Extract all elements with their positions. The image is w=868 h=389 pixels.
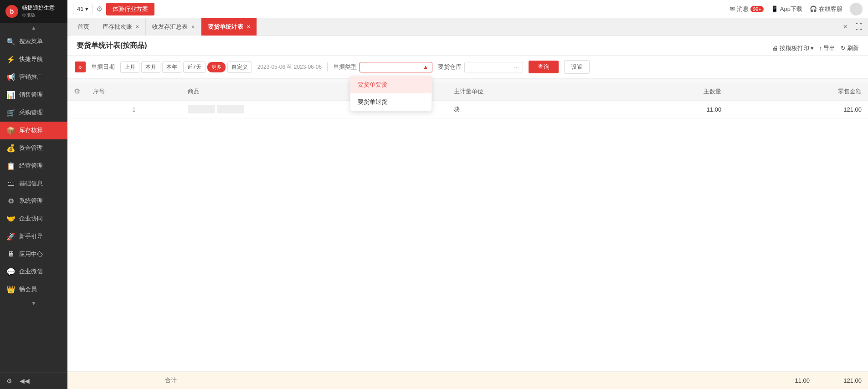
refresh-btn[interactable]: ↻ 刷新 <box>841 44 859 52</box>
warehouse-select[interactable]: ··· <box>464 62 523 72</box>
tab-inventory-batch[interactable]: 库存批次账 × <box>96 18 146 36</box>
sidebar-item-app-center[interactable]: 🖥 应用中心 <box>0 246 67 263</box>
sidebar: b 畅捷通好生意 标准版 ▲ 🔍 搜索菜单 ⚡ 快捷导航 📢 营销推广 📊 销售… <box>0 0 67 389</box>
date-btn-last-7[interactable]: 近7天 <box>183 61 205 73</box>
dropdown-item-request-order[interactable]: 要货单要货 <box>350 76 431 93</box>
messages-btn[interactable]: ✉ 消息 99+ <box>730 5 764 13</box>
sidebar-item-purchase[interactable]: 🛒 采购管理 <box>0 104 67 122</box>
refresh-label: 刷新 <box>847 44 859 52</box>
filter-bar: » 单据日期 上月 本月 本年 近7天 更多 自定义 2023-05-06 至 … <box>67 56 868 79</box>
search-icon: 🔍 <box>6 37 15 46</box>
date-range-display: 2023-05-06 至 2023-06-06 <box>257 63 322 71</box>
tab-request-summary[interactable]: 要货单统计表 × <box>201 18 257 36</box>
tab-expand-btn[interactable]: ⛶ <box>853 21 864 32</box>
col-quantity: 主数量 <box>611 82 728 101</box>
page-header: 要货单统计表(按商品) 🖨 按模板打印 ▾ ↑ 导出 ↻ 刷新 <box>67 36 868 56</box>
tab-receive-summary[interactable]: 收发存汇总表 × <box>146 18 201 36</box>
td-amount: 121.00 <box>728 101 868 118</box>
product-name-1 <box>188 105 215 113</box>
sidebar-settings-icon[interactable]: ⚙ <box>6 377 12 384</box>
tab-request-summary-label: 要货单统计表 <box>208 23 243 31</box>
warehouse-more-btn[interactable]: ··· <box>514 64 519 71</box>
date-btn-this-month[interactable]: 本月 <box>141 61 160 73</box>
finance-icon: 💰 <box>6 144 15 153</box>
table-container: ⚙ 序号 商品 主计量单位 主数量 <box>67 82 868 227</box>
messages-label: 消息 <box>737 5 749 13</box>
date-btn-last-month[interactable]: 上月 <box>120 61 139 73</box>
type-label: 单据类型 <box>333 63 357 71</box>
export-icon: ↑ <box>819 45 822 51</box>
sidebar-item-search[interactable]: 🔍 搜索菜单 <box>0 33 67 51</box>
quick-nav-icon: ⚡ <box>6 55 15 64</box>
app-sub: 标准版 <box>22 12 55 18</box>
sidebar-item-label: 企业微信 <box>19 267 43 276</box>
app-download-btn[interactable]: 📱 App下载 <box>771 5 802 13</box>
sidebar-collapse-icon[interactable]: ◀◀ <box>20 377 30 384</box>
sidebar-item-sales[interactable]: 📊 销售管理 <box>0 86 67 104</box>
tab-inventory-batch-close[interactable]: × <box>136 24 139 30</box>
sidebar-item-inventory[interactable]: 📦 库存核算 <box>0 122 67 139</box>
tab-close-all-btn[interactable]: × <box>840 21 851 32</box>
sidebar-item-label: 畅会员 <box>19 285 37 293</box>
topbar-gear-icon[interactable]: ⚙ <box>96 5 103 13</box>
tab-bar: 首页 库存批次账 × 收发存汇总表 × 要货单统计表 × × ⛶ <box>67 18 868 36</box>
sidebar-item-quick-nav[interactable]: ⚡ 快捷导航 <box>0 51 67 68</box>
sidebar-item-finance[interactable]: 💰 资金管理 <box>0 139 67 157</box>
topbar-left: 41 ▾ ⚙ 体验行业方案 <box>73 3 725 15</box>
sidebar-item-system[interactable]: ⚙ 系统管理 <box>0 192 67 210</box>
tab-home[interactable]: 首页 <box>71 18 96 36</box>
wechat-icon: 💬 <box>6 267 15 276</box>
date-btn-more[interactable]: 更多 <box>207 62 226 72</box>
td-unit: 块 <box>447 101 611 118</box>
settings-button[interactable]: 设置 <box>564 60 590 74</box>
sidebar-item-label: 营销推广 <box>19 73 43 81</box>
td-quantity: 11.00 <box>611 101 728 118</box>
sidebar-item-label: 资金管理 <box>19 144 43 152</box>
sidebar-items: ▲ 🔍 搜索菜单 ⚡ 快捷导航 📢 营销推广 📊 销售管理 🛒 采购管理 📦 库… <box>0 23 67 372</box>
type-select[interactable]: ▲ <box>360 62 432 72</box>
sidebar-item-operations[interactable]: 📋 经营管理 <box>0 157 67 175</box>
sidebar-item-basic-info[interactable]: 🗃 基础信息 <box>0 175 67 192</box>
export-label: 导出 <box>823 44 835 52</box>
print-chevron: ▾ <box>811 45 814 51</box>
print-icon: 🖨 <box>772 45 778 51</box>
table-row: 1 块 11.00 121.00 <box>67 101 868 118</box>
tab-bar-right: × ⛶ <box>840 21 864 32</box>
sidebar-logo: b 畅捷通好生意 标准版 <box>0 0 67 23</box>
total-amount: 121.00 <box>816 377 862 384</box>
date-btn-this-year[interactable]: 本年 <box>162 61 181 73</box>
sidebar-item-guide[interactable]: 🚀 新手引导 <box>0 228 67 246</box>
print-btn[interactable]: 🖨 按模板打印 ▾ <box>772 44 814 52</box>
expand-icon: » <box>78 63 82 71</box>
sidebar-scroll-up[interactable]: ▲ <box>0 23 67 33</box>
user-avatar-btn[interactable] <box>850 3 863 15</box>
online-service-btn[interactable]: 🎧 在线客服 <box>810 5 842 13</box>
col-settings[interactable]: ⚙ <box>67 82 87 101</box>
total-label: 合计 <box>165 376 177 384</box>
sidebar-item-enterprise[interactable]: 🤝 企业协同 <box>0 210 67 228</box>
sidebar-item-member[interactable]: 👑 畅会员 <box>0 281 67 298</box>
topbar-right: ✉ 消息 99+ 📱 App下载 🎧 在线客服 <box>730 3 863 15</box>
sidebar-item-wechat[interactable]: 💬 企业微信 <box>0 263 67 281</box>
page-header-actions: 🖨 按模板打印 ▾ ↑ 导出 ↻ 刷新 <box>772 44 859 52</box>
page-content: 要货单统计表(按商品) 🖨 按模板打印 ▾ ↑ 导出 ↻ 刷新 <box>67 36 868 389</box>
filter-expand-btn[interactable]: » <box>75 61 86 72</box>
sidebar-item-marketing[interactable]: 📢 营销推广 <box>0 68 67 86</box>
table-settings-icon[interactable]: ⚙ <box>74 87 80 95</box>
col-amount: 零售金额 <box>728 82 868 101</box>
query-button[interactable]: 查询 <box>529 61 559 73</box>
date-btn-custom[interactable]: 自定义 <box>227 61 252 73</box>
topbar-select[interactable]: 41 ▾ <box>73 4 92 14</box>
filter-date-btns: 上月 本月 本年 近7天 更多 自定义 <box>120 61 252 73</box>
total-quantity: 11.00 <box>770 377 816 384</box>
purchase-icon: 🛒 <box>6 108 15 117</box>
tab-receive-summary-close[interactable]: × <box>191 24 195 30</box>
table-header-row: ⚙ 序号 商品 主计量单位 主数量 <box>67 82 868 101</box>
data-table: ⚙ 序号 商品 主计量单位 主数量 <box>67 82 868 118</box>
tab-request-summary-close[interactable]: × <box>247 24 250 30</box>
dropdown-item-request-return[interactable]: 要货单退货 <box>350 93 431 111</box>
trial-button[interactable]: 体验行业方案 <box>106 3 154 15</box>
print-label: 按模板打印 <box>780 44 809 52</box>
sidebar-scroll-down[interactable]: ▼ <box>0 298 67 308</box>
export-btn[interactable]: ↑ 导出 <box>819 44 836 52</box>
